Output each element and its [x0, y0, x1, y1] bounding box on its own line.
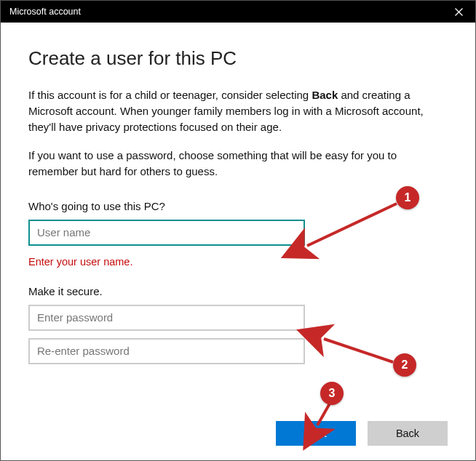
window-title: Microsoft account [9, 7, 81, 17]
close-button[interactable] [442, 1, 475, 23]
username-input[interactable] [28, 220, 305, 246]
dialog-content: Create a user for this PC If this accoun… [1, 23, 475, 460]
username-error: Enter your user name. [28, 256, 448, 268]
next-button[interactable]: Next [276, 421, 356, 446]
password-input[interactable] [28, 305, 305, 331]
dialog-footer: Next Back [28, 406, 448, 446]
password-section-label: Make it secure. [28, 285, 448, 297]
back-button[interactable]: Back [368, 421, 448, 446]
titlebar: Microsoft account [1, 1, 475, 23]
dialog-window: Microsoft account Create a user for this… [0, 0, 476, 461]
confirm-password-input[interactable] [28, 338, 305, 364]
username-label: Who's going to use this PC? [28, 200, 448, 212]
page-title: Create a user for this PC [28, 47, 448, 70]
intro-paragraph-2: If you want to use a password, choose so… [28, 148, 448, 180]
intro-text-a: If this account is for a child or teenag… [28, 89, 312, 101]
intro-text-bold: Back [312, 89, 338, 101]
intro-paragraph-1: If this account is for a child or teenag… [28, 87, 448, 135]
close-icon [455, 8, 463, 16]
